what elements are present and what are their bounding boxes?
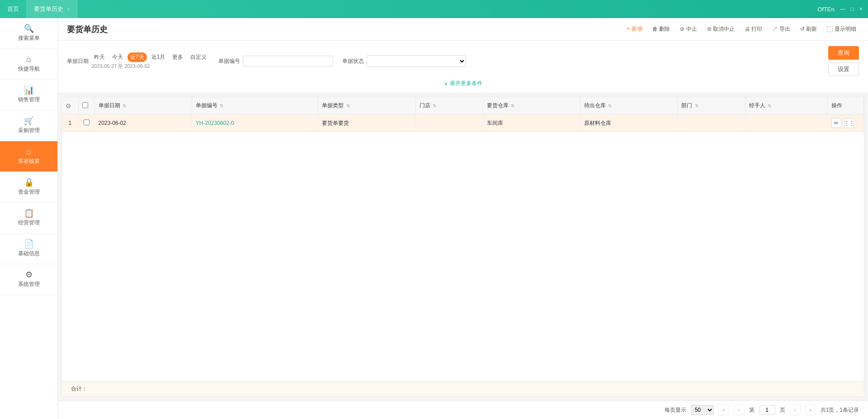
cancel-stop-button[interactable]: ⊘ 取消中止: [704, 24, 737, 35]
home-icon: ⌂: [26, 55, 31, 63]
sidebar-item-search[interactable]: 🔍 搜索菜单: [0, 18, 57, 49]
sidebar-item-nav[interactable]: ⌂ 快捷导航: [0, 49, 57, 80]
next-page-button[interactable]: ›: [790, 405, 801, 415]
sidebar-item-finance[interactable]: 🔒 资金管理: [0, 172, 57, 203]
display-cell-button[interactable]: 显示明细: [824, 24, 859, 35]
page-suffix: 页: [780, 406, 785, 414]
settings-button[interactable]: 设置: [828, 62, 859, 76]
inventory-icon: ⌂: [26, 148, 31, 156]
row-handler: [745, 114, 827, 132]
sidebar-item-nav-label: 快捷导航: [18, 65, 40, 73]
date-range-display: 2023-05-27 至 2023-06-02: [91, 63, 209, 70]
export-button[interactable]: ↗ 导出: [769, 24, 793, 35]
sidebar-item-system-label: 系统管理: [18, 281, 40, 288]
date-btn-1month[interactable]: 近1月: [149, 52, 168, 62]
sort-icon-store: ⇅: [433, 103, 436, 108]
page-title-row: 要货单历史 + 新增 🗑 删除 ⊘ 中止 ⊘ 取消中止 🖨 打印 ↗ 导出 ↺ …: [67, 24, 859, 35]
refresh-button[interactable]: ↺ 刷新: [797, 24, 820, 35]
content-area: 要货单历史 + 新增 🗑 删除 ⊘ 中止 ⊘ 取消中止 🖨 打印 ↗ 导出 ↺ …: [58, 18, 868, 419]
expand-more[interactable]: ∨ 展开更多条件: [67, 80, 859, 87]
date-filter-label: 单据日期: [67, 57, 89, 65]
toolbar: + 新增 🗑 删除 ⊘ 中止 ⊘ 取消中止 🖨 打印 ↗ 导出 ↺ 刷新 显示明…: [624, 24, 859, 35]
display-cell-checkbox[interactable]: [827, 26, 833, 32]
docno-input[interactable]: [243, 56, 333, 67]
select-all-checkbox[interactable]: [82, 102, 88, 108]
tab-home[interactable]: 首页: [0, 0, 27, 18]
purchase-icon: 🛒: [24, 117, 34, 125]
date-btn-7days[interactable]: 近7天: [127, 52, 147, 62]
window-maximize-icon[interactable]: □: [851, 6, 854, 12]
date-btn-custom[interactable]: 自定义: [188, 52, 209, 62]
finance-icon: 🔒: [24, 178, 34, 186]
sidebar-item-operations-label: 经营管理: [18, 219, 40, 227]
row-doc-no: YH-20230602-0: [192, 114, 318, 132]
total-info: 共1页，1条记录: [821, 406, 859, 414]
th-pending-warehouse-label: 待出仓库: [584, 102, 606, 109]
operations-icon: 📋: [24, 209, 34, 217]
search-icon: 🔍: [24, 24, 34, 33]
page-input[interactable]: [759, 405, 775, 414]
column-settings-icon[interactable]: ⚙: [66, 102, 71, 110]
th-store[interactable]: 门店 ⇅: [415, 97, 483, 114]
row-doc-date: 2023-06-02: [94, 114, 192, 132]
th-handler-label: 经手人: [749, 102, 765, 109]
sidebar-item-inventory-label: 库存核算: [18, 157, 40, 165]
last-page-button[interactable]: »: [805, 405, 816, 415]
top-bar: 首页 要货单历史 × OfTEn — □ ×: [0, 0, 868, 18]
tab-close-icon[interactable]: ×: [67, 6, 70, 12]
row-doc-type: 要货单要货: [318, 114, 415, 132]
query-button[interactable]: 查询: [828, 46, 859, 60]
row-detail-button[interactable]: ⋮⋮: [844, 118, 854, 128]
page-size-select[interactable]: 50 20 100 200: [691, 405, 714, 415]
th-doc-no[interactable]: 单据编号 ⇅: [192, 97, 318, 114]
sidebar-item-basic-info[interactable]: 📄 基础信息: [0, 233, 57, 264]
filter-area: 单据日期 昨天 今天 近7天 近1月 更多 自定义 2023-05-27 至 2…: [58, 41, 868, 93]
top-bar-right: OfTEn — □ ×: [817, 6, 868, 13]
row-checkbox[interactable]: [84, 119, 90, 125]
page-label: 第: [749, 406, 755, 414]
th-pending-warehouse[interactable]: 待出仓库 ⇅: [580, 97, 678, 114]
delete-button[interactable]: 🗑 删除: [650, 24, 673, 35]
docno-filter: 单据编号: [218, 56, 333, 67]
window-close-icon[interactable]: ×: [859, 6, 863, 12]
sort-icon-handler: ⇅: [768, 103, 771, 108]
row-edit-button[interactable]: ✏: [831, 118, 841, 128]
pagination-bar: 每页显示 50 20 100 200 « ‹ 第 页 › » 共1页，1条记录: [58, 400, 868, 419]
doc-no-link[interactable]: YH-20230602-0: [196, 120, 234, 126]
stop-button[interactable]: ⊘ 中止: [677, 24, 699, 35]
print-button[interactable]: 🖨 打印: [742, 24, 765, 35]
th-doc-type[interactable]: 单据类型 ⇅: [318, 97, 415, 114]
sidebar-item-purchase[interactable]: 🛒 采购管理: [0, 110, 57, 141]
th-warehouse-label: 要货仓库: [487, 102, 509, 109]
th-doc-no-label: 单据编号: [196, 102, 217, 109]
th-operations: 操作: [828, 97, 864, 114]
date-btn-yesterday[interactable]: 昨天: [91, 52, 108, 62]
status-select[interactable]: [367, 55, 466, 67]
th-checkbox: [78, 97, 94, 114]
th-doc-type-label: 单据类型: [322, 102, 344, 109]
tab-order-history[interactable]: 要货单历史 ×: [27, 0, 77, 18]
prev-page-button[interactable]: ‹: [734, 405, 745, 415]
sort-icon-doc-no: ⇅: [220, 103, 223, 108]
main-layout: 🔍 搜索菜单 ⌂ 快捷导航 📊 销售管理 🛒 采购管理 ⌂ 库存核算 🔒 资金管…: [0, 18, 868, 419]
sidebar-item-finance-label: 资金管理: [18, 188, 40, 196]
sidebar-item-system[interactable]: ⚙ 系统管理: [0, 264, 57, 295]
first-page-button[interactable]: «: [718, 405, 729, 415]
sort-icon-pending-warehouse: ⇅: [608, 103, 612, 108]
th-doc-date[interactable]: 单据日期 ⇅: [94, 97, 192, 114]
new-button[interactable]: + 新增: [624, 24, 645, 35]
date-btn-today[interactable]: 今天: [109, 52, 126, 62]
th-department-label: 部门: [681, 102, 692, 109]
sidebar-item-sales[interactable]: 📊 销售管理: [0, 80, 57, 110]
row-num: 1: [62, 114, 78, 132]
sidebar-item-inventory[interactable]: ⌂ 库存核算: [0, 141, 57, 172]
th-handler[interactable]: 经手人 ⇅: [745, 97, 827, 114]
chevron-down-icon: ∨: [444, 81, 448, 87]
sidebar-item-operations[interactable]: 📋 经营管理: [0, 203, 57, 233]
docno-filter-label: 单据编号: [218, 57, 240, 65]
often-label: OfTEn: [817, 6, 835, 13]
date-btn-more[interactable]: 更多: [170, 52, 186, 62]
window-minimize-icon[interactable]: —: [840, 6, 845, 12]
th-department[interactable]: 部门 ⇅: [678, 97, 745, 114]
th-warehouse[interactable]: 要货仓库 ⇅: [483, 97, 580, 114]
